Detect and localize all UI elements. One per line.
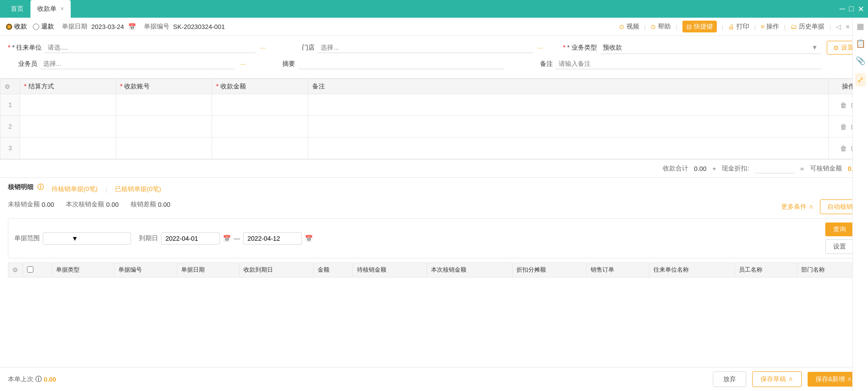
table-config-icon-2[interactable]: ⚙ xyxy=(12,266,18,274)
stat-current-verify: 本次核销金额 0.00 xyxy=(66,200,118,209)
delete-row-3-icon[interactable]: 🗑 xyxy=(840,144,847,152)
radio-receipt[interactable]: 收款 xyxy=(6,22,27,31)
bottom-table: ⚙ 单据类型 单据编号 单据日期 收款到期日 金额 待核销金额 本次核销金额 折… xyxy=(8,262,860,278)
operation-btn[interactable]: ≡ 操作 xyxy=(760,22,779,31)
counterpart-field: * 往来单位 ··· xyxy=(8,42,266,53)
tab-receipt-label: 收款单 xyxy=(37,4,56,13)
note-input[interactable] xyxy=(556,58,821,69)
note-2[interactable] xyxy=(308,116,828,138)
footer-info-icon[interactable]: ⓘ xyxy=(35,375,42,384)
stat-current-label: 本次核销金额 xyxy=(66,200,104,209)
more-conditions-btn[interactable]: 更多条件 ∧ xyxy=(781,202,814,211)
due-date-start-input[interactable] xyxy=(161,232,220,245)
note-3[interactable] xyxy=(308,138,828,159)
receipt-amount-3[interactable] xyxy=(212,138,308,159)
nav-prev-icon[interactable]: ◁ xyxy=(836,23,841,30)
due-date-label: 到期日 xyxy=(139,234,158,243)
select-all-checkbox[interactable] xyxy=(27,266,33,273)
maximize-icon[interactable]: □ xyxy=(849,4,854,14)
tab-close-icon[interactable]: × xyxy=(60,5,64,12)
due-date-end-input[interactable] xyxy=(243,232,302,245)
verification-tabs: 待核销单据(0笔) | 已核销单据(0笔) xyxy=(52,185,161,194)
note-1[interactable] xyxy=(308,94,828,116)
sidebar-clip-icon[interactable]: 📎 xyxy=(856,56,866,65)
counterpart-label: * 往来单位 xyxy=(8,43,42,52)
doc-date-calendar-icon[interactable]: 📅 xyxy=(128,23,136,30)
discount-input[interactable] xyxy=(755,164,794,173)
doc-date-field: 单据日期 2023-03-24 📅 xyxy=(62,22,136,31)
video-btn[interactable]: ⊙ 视频 xyxy=(619,22,639,31)
discard-button[interactable]: 放弃 xyxy=(713,371,746,387)
receipt-account-2[interactable] xyxy=(116,116,212,138)
radio-refund[interactable]: 退款 xyxy=(33,22,54,31)
tab-separator: | xyxy=(106,186,107,193)
receipt-account-1[interactable] xyxy=(116,94,212,116)
form-row-1: * 往来单位 ··· 门店 ··· * 业务类型 预收款 ▼ xyxy=(8,41,860,55)
table-config-icon[interactable]: ⚙ xyxy=(4,83,10,90)
due-date-end-cal-icon[interactable]: 📅 xyxy=(305,235,313,242)
history-btn[interactable]: 🗂 历史单据 xyxy=(790,22,824,31)
close-window-icon[interactable]: ✕ xyxy=(858,4,864,14)
radio-receipt-label: 收款 xyxy=(14,22,27,31)
help-btn[interactable]: ⊙ 帮助 xyxy=(651,22,671,31)
sidebar-doc-icon[interactable]: 📋 xyxy=(856,39,866,48)
verification-info-icon[interactable]: ⓘ xyxy=(37,183,44,192)
staff-input[interactable] xyxy=(40,58,235,69)
store-more-btn[interactable]: ··· xyxy=(538,44,543,52)
main-content: 收款 退款 单据日期 2023-03-24 📅 单据编号 SK-20230324… xyxy=(0,18,868,391)
staff-more-btn[interactable]: ··· xyxy=(240,60,246,68)
range-select[interactable]: ▼ xyxy=(43,232,131,245)
th-note: 备注 xyxy=(308,79,828,94)
form-row-2: 业务员 ··· 摘要 备注 xyxy=(8,58,860,69)
receipt-table: ⚙ 结算方式 收款账号 收款金额 备注 操作 1 xyxy=(0,79,868,159)
minimize-icon[interactable]: ─ xyxy=(840,4,845,14)
draft-btn-label: 保存草稿 ∧ xyxy=(760,375,793,384)
delete-row-1-icon[interactable]: 🗑 xyxy=(840,101,847,109)
filter-settings-button[interactable]: 设置 xyxy=(825,239,854,254)
draft-button[interactable]: 保存草稿 ∧ xyxy=(752,371,802,387)
history-icon: 🗂 xyxy=(790,23,797,30)
receipt-amount-1[interactable] xyxy=(212,94,308,116)
th-current-verify: 本次核销金额 xyxy=(427,263,513,278)
receipt-amount-2[interactable] xyxy=(212,116,308,138)
store-label: 门店 xyxy=(285,43,315,52)
th-settle-method: 结算方式 xyxy=(20,79,116,94)
counterpart-more-btn[interactable]: ··· xyxy=(260,44,266,52)
due-date-start-cal-icon[interactable]: 📅 xyxy=(223,235,231,242)
counterpart-input[interactable] xyxy=(45,42,255,53)
view-list-icon[interactable]: ≡ xyxy=(846,23,850,30)
sidebar-expand-icon[interactable]: ⤢ xyxy=(855,73,866,86)
pending-tab[interactable]: 待核销单据(0笔) xyxy=(52,185,98,194)
business-type-field: * 业务类型 预收款 ▼ xyxy=(563,42,821,54)
shortcut-btn[interactable]: ⊟ 快捷键 xyxy=(682,21,717,32)
due-date-field: 到期日 📅 — 📅 xyxy=(139,232,313,245)
video-label: 视频 xyxy=(626,22,639,31)
receipt-account-3[interactable] xyxy=(116,138,212,159)
verifiable-label: 可核销金额 xyxy=(810,164,842,173)
stat-diff-label: 核销差额 xyxy=(131,200,156,209)
settle-method-1[interactable] xyxy=(20,94,116,116)
verify-stats: 未核销金额 0.00 本次核销金额 0.00 核销差额 0.00 xyxy=(8,200,170,209)
equals-sign: = xyxy=(800,165,804,172)
radio-refund-label: 退款 xyxy=(41,22,54,31)
store-input[interactable] xyxy=(318,42,533,53)
settle-method-2[interactable] xyxy=(20,116,116,138)
sidebar-table-icon[interactable]: ▦ xyxy=(857,22,864,31)
tab-home[interactable]: 首页 xyxy=(4,0,30,18)
print-label: 打印 xyxy=(736,22,749,31)
video-icon: ⊙ xyxy=(619,23,624,30)
range-select-arrow: ▼ xyxy=(72,235,78,242)
print-btn[interactable]: 🖨 打印 xyxy=(728,22,749,31)
total-label: 收款合计 xyxy=(663,164,688,173)
business-type-select[interactable]: 预收款 ▼ xyxy=(600,42,821,54)
shortcut-icon: ⊟ xyxy=(686,23,692,30)
completed-tab[interactable]: 已核销单据(0笔) xyxy=(115,185,161,194)
query-button[interactable]: 查询 xyxy=(825,223,854,236)
verification-title: 核销明细 ⓘ xyxy=(8,183,44,192)
settle-method-3[interactable] xyxy=(20,138,116,159)
summary-input[interactable] xyxy=(298,58,504,69)
stat-diff-value: 0.00 xyxy=(158,201,170,208)
tab-receipt[interactable]: 收款单 × xyxy=(30,0,71,18)
delete-row-2-icon[interactable]: 🗑 xyxy=(840,123,847,131)
doc-num-field: 单据编号 SK-20230324-001 xyxy=(144,22,225,31)
